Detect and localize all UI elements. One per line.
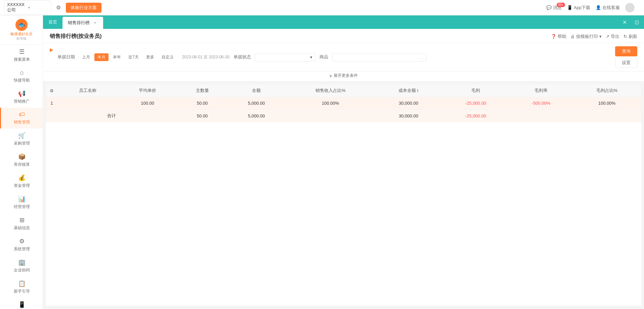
sidebar-item-label-basic: 基础信息 — [14, 225, 30, 231]
help-icon: ❓ — [551, 34, 556, 39]
home-icon: ⌂ — [20, 69, 24, 76]
chevron-down-icon: ▾ — [28, 6, 48, 9]
status-label: 单据状态 — [233, 54, 251, 60]
tab-close-button[interactable]: × — [92, 20, 98, 25]
main-layout: 🐟 畅康通好生意 标准版 ☰ 搜索菜单 ⌂ 快捷导航 📢 营销推广 🏷 销售管理… — [0, 15, 644, 309]
sidebar-item-sales[interactable]: 🏷 销售管理 — [0, 108, 43, 128]
sidebar-item-search[interactable]: ☰ 搜索菜单 — [0, 45, 43, 66]
cell-gross-pct: 100.00% — [572, 97, 641, 109]
settings-icon[interactable]: ⚙ — [54, 3, 63, 12]
tab-bar: 首页 销售排行榜 × ✕ ⊡ — [43, 15, 644, 29]
goods-input[interactable]: … — [332, 53, 426, 61]
sidebar-item-label-collab: 企业协同 — [14, 267, 30, 273]
logo-icon: 🐟 — [15, 19, 28, 31]
cell-sales-pct: 100.00% — [286, 97, 375, 109]
tab-close-window-button[interactable]: ✕ — [620, 17, 629, 27]
filter-bar: ▶ 单据日期 上月 本月 本年 近7天 更多 自定义 2023-06-01 — [43, 43, 644, 71]
purchase-icon: 🛒 — [18, 132, 26, 139]
sidebar-item-guide[interactable]: 📋 新手引导 — [0, 276, 43, 298]
inventory-icon: 📦 — [18, 153, 26, 160]
cell-qty: 50.00 — [177, 97, 227, 109]
app-download-button[interactable]: 📱 App下载 — [567, 5, 590, 11]
col-amount-header: 全额 — [227, 84, 286, 97]
message-badge: 99+ — [557, 3, 565, 7]
marketing-icon: 📢 — [18, 90, 26, 97]
table-header-row: ⚙ 员工名称 平均单价 主数量 全额 销售收入占比% 成本全额 ℹ 毛利 毛利率 — [46, 84, 641, 97]
message-button[interactable]: 💬 消息 99+ — [546, 5, 562, 11]
system-icon: ⚙ — [19, 238, 25, 245]
col-qty-header: 主数量 — [177, 84, 227, 97]
sidebar-item-collab[interactable]: 🏢 企业协同 — [0, 255, 43, 276]
guide-icon: 📋 — [18, 280, 26, 287]
table-row: 1 100.00 50.00 5,000.00 100.00% 30,000.0… — [46, 97, 641, 109]
tab-sales-rank[interactable]: 销售排行榜 × — [62, 17, 103, 29]
app-center-icon: 📱 — [18, 301, 26, 308]
query-button[interactable]: 查询 — [615, 46, 637, 56]
sidebar-item-system[interactable]: ⚙ 系统管理 — [0, 234, 43, 255]
settings-button[interactable]: 设置 — [615, 58, 637, 68]
sidebar-item-basic[interactable]: ⊞ 基础信息 — [0, 213, 43, 234]
sidebar: 🐟 畅康通好生意 标准版 ☰ 搜索菜单 ⌂ 快捷导航 📢 营销推广 🏷 销售管理… — [0, 15, 43, 309]
date-opt-prev-month[interactable]: 上月 — [79, 53, 93, 61]
date-opt-7days[interactable]: 近7天 — [125, 53, 142, 61]
filter-row-1: 单据日期 上月 本月 本年 近7天 更多 自定义 2023-06-01 至 20… — [57, 46, 637, 68]
app-label: App下载 — [574, 5, 590, 11]
tab-bar-right: ✕ ⊡ — [620, 17, 644, 27]
sidebar-item-operations[interactable]: 📊 经营管理 — [0, 192, 43, 213]
col-cost-header: 成本全额 ℹ — [375, 84, 442, 97]
close-icon[interactable]: × — [92, 20, 98, 25]
print-button[interactable]: 🖨 按模板打印 ▾ — [570, 34, 602, 40]
table-wrapper: ⚙ 员工名称 平均单价 主数量 全额 销售收入占比% 成本全额 ℹ 毛利 毛利率 — [46, 84, 641, 306]
col-employee-header: 员工名称 — [58, 84, 118, 97]
date-opt-current-month[interactable]: 本月 — [94, 53, 109, 61]
page-title-row: 销售排行榜(按业务员) ❓ 帮助 🖨 按模板打印 ▾ ↗ — [50, 33, 637, 40]
header-actions: ❓ 帮助 🖨 按模板打印 ▾ ↗ 导出 ↻ — [551, 34, 637, 40]
sidebar-item-label-marketing: 营销推广 — [14, 99, 30, 104]
sidebar-item-finance[interactable]: 💰 资金管理 — [0, 171, 43, 192]
sales-icon: 🏷 — [19, 111, 25, 118]
col-settings-icon[interactable]: ⚙ — [50, 88, 54, 93]
sidebar-item-inventory[interactable]: 📦 库存核算 — [0, 150, 43, 171]
export-label: 导出 — [611, 34, 619, 40]
cell-cost: 30,000.00 — [375, 97, 442, 109]
company-name: XXXXXX公司 — [7, 2, 27, 13]
cell-amount: 5,000.00 — [227, 97, 286, 109]
footer-amount: 5,000.00 — [227, 109, 286, 122]
help-button[interactable]: ❓ 帮助 — [551, 34, 566, 40]
sidebar-item-purchase[interactable]: 🛒 采购管理 — [0, 128, 43, 150]
date-range-display: 2023-06-01 至 2023-06-30 — [182, 54, 229, 60]
tab-maximize-button[interactable]: ⊡ — [632, 17, 641, 27]
refresh-button[interactable]: ↻ 刷新 — [624, 34, 637, 40]
sidebar-item-label-operations: 经营管理 — [14, 204, 30, 210]
sidebar-item-label-search: 搜索菜单 — [14, 57, 30, 62]
filter-groups: 单据日期 上月 本月 本年 近7天 更多 自定义 2023-06-01 至 20… — [57, 46, 637, 68]
avatar[interactable] — [625, 3, 635, 12]
date-opt-current-year[interactable]: 本年 — [110, 53, 124, 61]
table-footer-row: 合计 50.00 5,000.00 30,000.00 -25,000.00 — [46, 109, 641, 122]
footer-gross-rate — [510, 109, 572, 122]
page-content: 销售排行榜(按业务员) ❓ 帮助 🖨 按模板打印 ▾ ↗ — [43, 29, 644, 309]
company-selector[interactable]: XXXXXX公司 ▾ — [4, 0, 51, 15]
col-settings[interactable]: ⚙ — [46, 84, 58, 97]
date-opt-custom[interactable]: 自定义 — [159, 53, 177, 61]
cost-info-icon[interactable]: ℹ — [417, 88, 419, 93]
expand-more-row: ∨ 展开更多条件 — [43, 71, 644, 82]
online-service-button[interactable]: 👤 在线客服 — [596, 5, 620, 11]
sidebar-item-marketing[interactable]: 📢 营销推广 — [0, 87, 43, 108]
footer-sales-pct — [286, 109, 375, 122]
sidebar-item-label-purchase: 采购管理 — [14, 141, 30, 146]
cell-gross-rate: -500.00% — [510, 97, 572, 109]
tab-home[interactable]: 首页 — [43, 15, 62, 29]
status-select[interactable]: ▾ — [255, 53, 315, 61]
expand-more-button[interactable]: ∨ 展开更多条件 — [329, 73, 358, 79]
expand-arrow-button[interactable]: ▶ — [50, 46, 53, 52]
sidebar-item-app-center[interactable]: 📱 应用中心 — [0, 298, 43, 309]
sidebar-item-label-system: 系统管理 — [14, 246, 30, 252]
col-sales-pct-header: 销售收入占比% — [286, 84, 375, 97]
sidebar-item-quick[interactable]: ⌂ 快捷导航 — [0, 66, 43, 87]
experience-button[interactable]: 体验行业方案 — [66, 3, 101, 13]
print-chevron-icon: ▾ — [599, 34, 602, 39]
logo-sub: 标准版 — [16, 36, 27, 41]
date-opt-more[interactable]: 更多 — [143, 53, 157, 61]
export-button[interactable]: ↗ 导出 — [606, 34, 619, 40]
